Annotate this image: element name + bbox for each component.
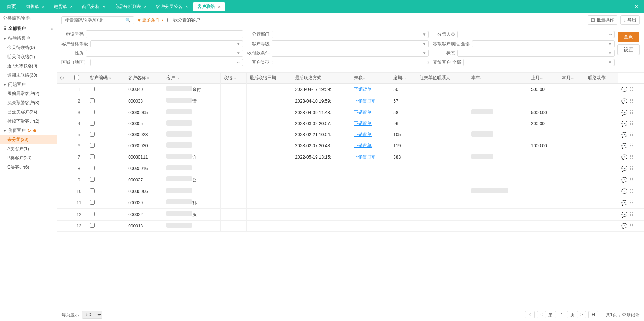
- message-icon[interactable]: 💬: [621, 132, 627, 138]
- col-header-checkbox[interactable]: [71, 73, 87, 84]
- all-customers-header[interactable]: ⠿ 全部客户 «: [0, 23, 57, 34]
- phone-input[interactable]: [86, 30, 243, 38]
- last-method-link[interactable]: 下销货单: [354, 121, 372, 126]
- filter-search-icon[interactable]: 🔍: [125, 18, 131, 23]
- sidebar-item-C类客户(6)[interactable]: C类客户(6): [0, 163, 57, 172]
- select-all-checkbox[interactable]: [74, 75, 79, 80]
- row-checkbox[interactable]: [90, 223, 95, 228]
- nav-tab-客户联络[interactable]: 客户联络×: [193, 2, 225, 11]
- price-level-select[interactable]: ▼: [90, 40, 243, 47]
- scatter-attr-select[interactable]: ▼: [472, 40, 615, 47]
- cust-type-select[interactable]: [272, 61, 429, 64]
- per-page-select[interactable]: 50 100 200: [82, 311, 102, 319]
- close-tab-icon[interactable]: ×: [186, 4, 188, 9]
- more-icon[interactable]: ⠿: [630, 212, 633, 218]
- last-page-btn[interactable]: H: [588, 311, 598, 318]
- more-icon[interactable]: ⠿: [630, 87, 633, 92]
- filter-more-btn[interactable]: ▼ 更多条件 ▲: [137, 17, 164, 23]
- more-icon[interactable]: ⠿: [630, 223, 633, 229]
- message-icon[interactable]: 💬: [621, 87, 627, 92]
- close-tab-icon[interactable]: ×: [42, 4, 44, 9]
- last-method-link[interactable]: 下销售订单: [354, 98, 376, 103]
- region-select[interactable]: ···: [90, 59, 243, 66]
- message-icon[interactable]: 💬: [621, 223, 627, 229]
- sidebar-search-input[interactable]: [3, 15, 57, 21]
- row-checkbox[interactable]: [90, 166, 95, 170]
- last-method-link[interactable]: 下销货单: [354, 143, 372, 148]
- row-checkbox[interactable]: [90, 87, 95, 91]
- last-method-link[interactable]: 下销售订单: [354, 154, 376, 159]
- sidebar-item-今天待联络(0)[interactable]: 今天待联络(0): [0, 43, 57, 52]
- close-tab-icon[interactable]: ×: [218, 4, 220, 9]
- row-checkbox[interactable]: [90, 188, 95, 193]
- reset-button[interactable]: 设置: [617, 44, 640, 55]
- sidebar-item-已流失客户(24)[interactable]: 已流失客户(24): [0, 107, 57, 117]
- dept-select[interactable]: ▼: [272, 31, 429, 38]
- settings-icon[interactable]: ⚙: [60, 75, 64, 81]
- nav-tab-客户分层经客[interactable]: 客户分层经客×: [152, 2, 192, 11]
- prev-page-btn[interactable]: <: [537, 311, 546, 318]
- cust-level-select[interactable]: ▼: [272, 40, 429, 47]
- filter-search-input[interactable]: [65, 18, 124, 23]
- more-icon[interactable]: ⠿: [630, 132, 633, 138]
- row-checkbox[interactable]: [90, 121, 95, 126]
- sidebar-group-问题客户[interactable]: ▼ 问题客户: [0, 80, 57, 89]
- more-icon[interactable]: ⠿: [630, 188, 633, 194]
- last-method-link[interactable]: 下销货单: [354, 132, 372, 137]
- row-checkbox[interactable]: [90, 212, 95, 216]
- query-button[interactable]: 查询: [618, 32, 639, 42]
- col-header-settings[interactable]: ⚙: [57, 73, 71, 84]
- row-checkbox[interactable]: [90, 200, 95, 205]
- message-icon[interactable]: 💬: [621, 110, 627, 116]
- last-method-link[interactable]: 下销货单: [354, 87, 372, 92]
- sidebar-group-待联络客户[interactable]: ▼ 待联络客户: [0, 34, 57, 43]
- payment-select[interactable]: ▼: [272, 50, 429, 57]
- message-icon[interactable]: 💬: [621, 143, 627, 149]
- message-icon[interactable]: 💬: [621, 154, 627, 160]
- close-tab-icon[interactable]: ×: [70, 4, 72, 9]
- last-method-link[interactable]: 下销货单: [354, 110, 372, 115]
- sidebar-item-明天待联络(1)[interactable]: 明天待联络(1): [0, 52, 57, 61]
- more-icon[interactable]: ⠿: [630, 121, 633, 127]
- nature-select[interactable]: ▼: [86, 50, 243, 57]
- close-all-tabs[interactable]: ×: [632, 3, 641, 11]
- more-icon[interactable]: ⠿: [630, 154, 633, 160]
- more-icon[interactable]: ⠿: [630, 98, 633, 104]
- row-checkbox[interactable]: [90, 177, 95, 182]
- nav-tab-进货单[interactable]: 进货单×: [49, 2, 77, 11]
- next-page-btn[interactable]: >: [577, 311, 586, 318]
- scatter-cust-select[interactable]: ▼: [463, 59, 615, 66]
- more-icon[interactable]: ⠿: [630, 143, 633, 149]
- sidebar-item-未分组(32)[interactable]: 未分组(32): [0, 135, 57, 144]
- sidebar-item-逾期未联络(30)[interactable]: 逾期未联络(30): [0, 71, 57, 80]
- nav-home[interactable]: 首页: [3, 2, 20, 11]
- nav-tab-商品分析列表[interactable]: 商品分析列表×: [110, 2, 151, 11]
- row-checkbox[interactable]: [90, 132, 95, 137]
- message-icon[interactable]: 💬: [621, 121, 627, 127]
- export-btn[interactable]: ↓ 导出: [620, 15, 640, 25]
- close-tab-icon[interactable]: ×: [144, 4, 146, 9]
- status-select[interactable]: ▼: [457, 50, 615, 57]
- person-select[interactable]: ···: [457, 31, 615, 38]
- sidebar-item-A类客户(1)[interactable]: A类客户(1): [0, 144, 57, 154]
- message-icon[interactable]: 💬: [621, 166, 627, 172]
- sidebar-item-持续下滑客户(2)[interactable]: 持续下滑客户(2): [0, 117, 57, 126]
- sidebar-item-囤购异常客户(2)[interactable]: 囤购异常客户(2): [0, 89, 57, 98]
- message-icon[interactable]: 💬: [621, 98, 627, 104]
- my-customers-checkbox[interactable]: 我分管的客户: [167, 17, 200, 23]
- row-checkbox[interactable]: [90, 143, 95, 148]
- row-checkbox[interactable]: [90, 98, 95, 103]
- row-checkbox[interactable]: [90, 110, 95, 114]
- more-icon[interactable]: ⠿: [630, 166, 633, 172]
- current-page-input[interactable]: [555, 311, 568, 318]
- message-icon[interactable]: 💬: [621, 188, 627, 194]
- more-icon[interactable]: ⠿: [630, 200, 633, 206]
- sidebar-item-流失预警客户(3)[interactable]: 流失预警客户(3): [0, 98, 57, 107]
- message-icon[interactable]: 💬: [621, 200, 627, 206]
- nav-tab-商品分析[interactable]: 商品分析×: [78, 2, 109, 11]
- row-checkbox[interactable]: [90, 154, 95, 159]
- batch-op-btn[interactable]: ☑ 批量操作: [588, 15, 617, 25]
- nav-tab-销售单[interactable]: 销售单×: [21, 2, 49, 11]
- more-icon[interactable]: ⠿: [630, 110, 633, 116]
- message-icon[interactable]: 💬: [621, 212, 627, 218]
